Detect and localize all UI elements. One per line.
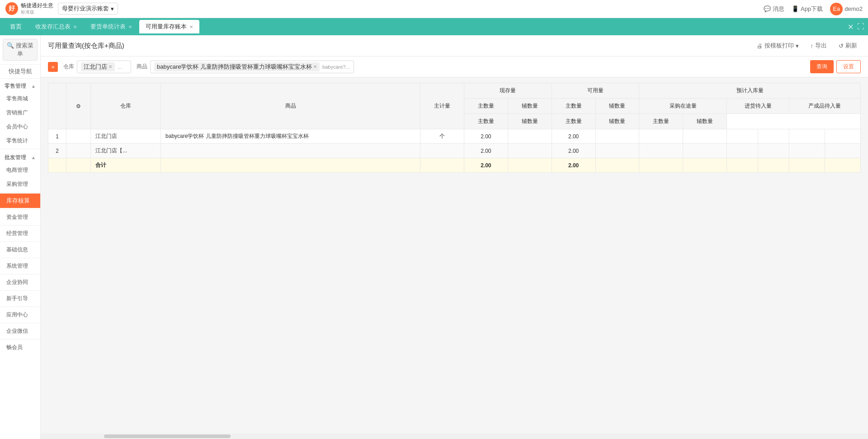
warehouse-tag-remove[interactable]: ✕ bbox=[108, 64, 112, 69]
sidebar: 🔍 搜索菜单 快捷导航 零售管理 ▲ 零售商城 营销推广 会员中心 零售统计 批… bbox=[0, 35, 41, 439]
scrollbar-area[interactable] bbox=[41, 434, 868, 439]
row1-unit: 个 bbox=[420, 129, 464, 144]
section-retail-arrow: ▲ bbox=[31, 84, 36, 89]
user-initial: Ea bbox=[833, 5, 840, 12]
row2-gear[interactable] bbox=[66, 144, 91, 158]
top-bar-right: 💬 消息 📱 App下载 Ea demo2 bbox=[764, 3, 863, 15]
tab-order-label: 要货单统计表 bbox=[90, 23, 126, 31]
sidebar-item-appcenter[interactable]: 应用中心 bbox=[0, 308, 40, 322]
row2-avail-aux bbox=[595, 144, 639, 158]
product-filter: 商品 babycare学饮杯 儿童防摔防撞吸管杯重力球吸嘴杯宝宝水杯 ✕ bab… bbox=[137, 61, 354, 73]
filter-expand-btn[interactable]: » bbox=[48, 62, 58, 72]
inventory-table: ⚙ 仓库 商品 主计量 现存量 可用量 预计入库量 主数量 辅数量 主数量 辅数… bbox=[48, 83, 861, 173]
tab-inventory-close[interactable]: ✕ bbox=[189, 24, 193, 29]
sidebar-item-ecommerce[interactable]: 电商管理 bbox=[0, 163, 40, 177]
row1-gear[interactable] bbox=[66, 129, 91, 144]
scrollbar-thumb[interactable] bbox=[104, 434, 231, 438]
sidebar-item-system[interactable]: 系统管理 bbox=[0, 259, 40, 273]
sidebar-item-wechat[interactable]: 企业微信 bbox=[0, 324, 40, 338]
row2-index: 2 bbox=[48, 144, 66, 158]
th-incoming: 进货待入量 bbox=[727, 99, 789, 114]
divider-6 bbox=[0, 258, 40, 258]
divider-11 bbox=[0, 339, 40, 340]
page-title: 可用量查询(按仓库+商品) bbox=[48, 42, 124, 55]
search-menu-label: 搜索菜单 bbox=[16, 42, 33, 57]
tab-order[interactable]: 要货单统计表 ✕ bbox=[84, 20, 138, 33]
product-tag-remove[interactable]: ✕ bbox=[313, 64, 317, 69]
tab-inventory[interactable]: 可用量库存账本 ✕ bbox=[139, 20, 199, 33]
total-stock-aux bbox=[508, 158, 552, 173]
quick-nav-btn[interactable]: 快捷导航 bbox=[0, 65, 40, 79]
sidebar-item-inventory[interactable]: 库存核算 bbox=[0, 194, 40, 208]
row1-stock-main: 2.00 bbox=[464, 129, 508, 144]
industry-label: 母婴行业演示账套 bbox=[62, 5, 109, 13]
quick-nav-label: 快捷导航 bbox=[9, 68, 32, 75]
divider-1 bbox=[0, 149, 40, 149]
sidebar-item-operation[interactable]: 经营管理 bbox=[0, 227, 40, 241]
section-retail[interactable]: 零售管理 ▲ bbox=[0, 79, 40, 92]
row2-product bbox=[161, 144, 420, 158]
tab-home[interactable]: 首页 bbox=[4, 20, 28, 33]
tab-receive-close[interactable]: ✕ bbox=[73, 24, 77, 29]
logo-icon: 好 bbox=[5, 2, 18, 15]
warehouse-tag: 江北门店 ✕ bbox=[81, 62, 115, 71]
user-area[interactable]: Ea demo2 bbox=[830, 3, 863, 15]
sidebar-item-inventory-label: 库存核算 bbox=[6, 197, 30, 204]
nav-tabs: 首页 收发存汇总表 ✕ 要货单统计表 ✕ 可用量库存账本 ✕ ✕ ⛶ bbox=[0, 18, 868, 35]
tab-receive[interactable]: 收发存汇总表 ✕ bbox=[29, 20, 83, 33]
message-icon: 💬 bbox=[764, 5, 771, 12]
avatar: Ea bbox=[830, 3, 843, 15]
section-wholesale[interactable]: 批发管理 ▲ bbox=[0, 150, 40, 163]
row2-avail-main: 2.00 bbox=[552, 144, 595, 158]
th-main-unit: 主计量 bbox=[420, 83, 464, 129]
sidebar-item-purchase[interactable]: 采购管理 bbox=[0, 177, 40, 191]
divider-10 bbox=[0, 323, 40, 323]
sidebar-item-retail-mall[interactable]: 零售商城 bbox=[0, 92, 40, 106]
tab-home-label: 首页 bbox=[10, 23, 22, 31]
sidebar-item-enterprise[interactable]: 企业协同 bbox=[0, 275, 40, 289]
section-wholesale-arrow: ▲ bbox=[31, 155, 36, 160]
total-unit bbox=[420, 158, 464, 173]
total-row: 合计 2.00 2.00 bbox=[48, 158, 861, 173]
section-wholesale-label: 批发管理 bbox=[5, 154, 26, 161]
divider-5 bbox=[0, 241, 40, 242]
row1-warehouse: 江北门店 bbox=[91, 129, 161, 144]
search-menu-btn[interactable]: 🔍 搜索菜单 bbox=[3, 39, 38, 61]
total-production-main bbox=[789, 158, 825, 173]
row1-avail-main: 2.00 bbox=[552, 129, 595, 144]
message-action[interactable]: 💬 消息 bbox=[764, 5, 784, 13]
sidebar-item-basic[interactable]: 基础信息 bbox=[0, 243, 40, 257]
sidebar-item-marketing[interactable]: 营销推广 bbox=[0, 106, 40, 120]
close-all-btn[interactable]: ✕ bbox=[848, 23, 854, 31]
section-wholesale-items: 电商管理 采购管理 bbox=[0, 163, 40, 191]
query-btn[interactable]: 查询 bbox=[810, 60, 834, 73]
export-btn[interactable]: ↑ 导出 bbox=[807, 40, 831, 52]
total-incoming-main bbox=[727, 158, 758, 173]
total-stock-main: 2.00 bbox=[464, 158, 508, 173]
print-btn[interactable]: 🖨 按模板打印 ▾ bbox=[753, 40, 802, 52]
print-label: 按模板打印 bbox=[764, 42, 794, 50]
warehouse-more[interactable]: ... bbox=[118, 64, 122, 70]
th-production-aux: 辅数量 bbox=[683, 114, 727, 129]
download-action[interactable]: 📱 App下载 bbox=[792, 5, 823, 13]
th-warehouse: 仓库 bbox=[91, 83, 161, 129]
sidebar-item-retail-stats[interactable]: 零售统计 bbox=[0, 134, 40, 148]
industry-selector[interactable]: 母婴行业演示账套 ▾ bbox=[58, 3, 118, 14]
th-gear[interactable]: ⚙ bbox=[66, 83, 91, 129]
expand-btn[interactable]: ⛶ bbox=[857, 23, 864, 31]
settings-btn[interactable]: 设置 bbox=[836, 60, 861, 73]
username: demo2 bbox=[844, 5, 863, 12]
th-purchase-aux: 辅数量 bbox=[508, 114, 552, 129]
sidebar-item-member-center[interactable]: 会员中心 bbox=[0, 120, 40, 134]
product-input[interactable]: babycare学饮杯 儿童防摔防撞吸管杯重力球吸嘴杯宝宝水杯 ✕ babyca… bbox=[150, 61, 354, 73]
refresh-btn[interactable]: ↺ 刷新 bbox=[835, 40, 861, 52]
sidebar-item-member[interactable]: 畅会员 bbox=[0, 340, 40, 354]
sidebar-item-finance[interactable]: 资金管理 bbox=[0, 210, 40, 224]
warehouse-input[interactable]: 江北门店 ✕ ... bbox=[77, 61, 131, 73]
row2-incoming-aux bbox=[758, 144, 789, 158]
tab-inventory-label: 可用量库存账本 bbox=[146, 23, 187, 31]
sidebar-item-newbie[interactable]: 新手引导 bbox=[0, 292, 40, 306]
product-more[interactable]: babycare?... bbox=[322, 64, 350, 70]
top-bar-left: 好 畅捷通好生意 标准版 母婴行业演示账套 ▾ bbox=[5, 2, 118, 15]
tab-order-close[interactable]: ✕ bbox=[128, 24, 132, 29]
